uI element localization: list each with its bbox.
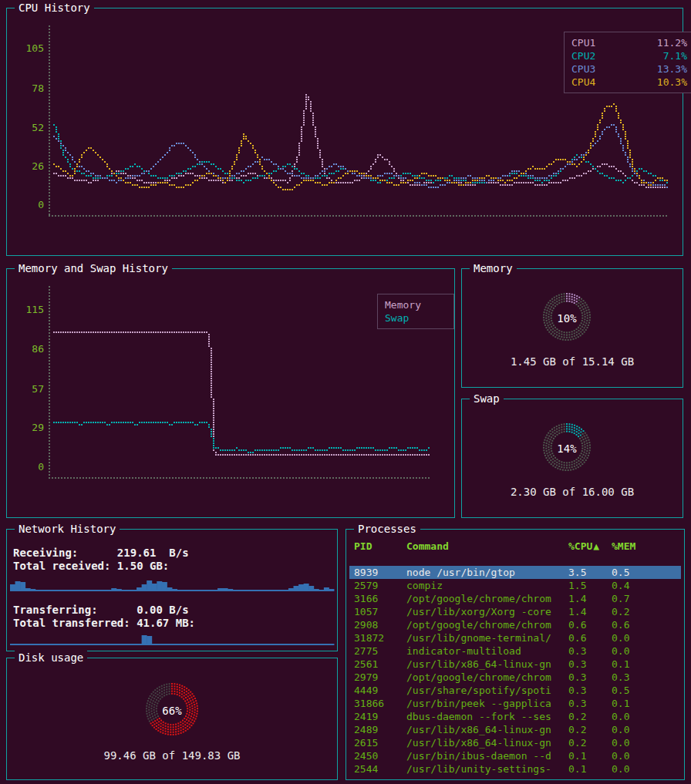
y-axis-tick: 86	[16, 343, 44, 355]
process-row[interactable]: 2615/usr/lib/x86_64-linux-gn0.20.0	[349, 736, 681, 749]
process-command: /opt/google/chrome/chrom	[406, 618, 564, 631]
process-mem: 0.4	[607, 579, 676, 592]
process-row[interactable]: 3166/opt/google/chrome/chrom1.40.7	[349, 592, 681, 605]
transferring-line: Transferring: 0.00 B/s	[13, 604, 189, 616]
legend-item: CPU313.3%	[571, 62, 687, 76]
process-cpu: 0.3	[564, 697, 607, 710]
process-mem: 0.0	[607, 631, 676, 644]
process-mem: 0.0	[607, 723, 676, 736]
disk-percent-label: 66%	[145, 705, 199, 717]
process-mem: 0.3	[607, 671, 676, 684]
process-cpu: 0.1	[564, 762, 607, 776]
process-row[interactable]: 8939node /usr/bin/gtop3.50.5	[349, 566, 681, 579]
process-row[interactable]: 2908/opt/google/chrome/chrom0.60.6	[349, 618, 681, 631]
column-header-pid[interactable]: PID	[354, 540, 406, 553]
processes-header: PID Command %CPU▲ %MEM	[349, 540, 681, 553]
process-mem: 0.0	[607, 710, 676, 723]
process-cpu: 0.6	[564, 618, 607, 631]
network-history-title: Network History	[15, 522, 120, 536]
memory-swap-history-title: Memory and Swap History	[15, 261, 172, 275]
process-row[interactable]: 2775indicator-multiload0.30.0	[349, 644, 681, 658]
gtop-dashboard: CPU History CPU111.2%CPU27.1%CPU313.3%CP…	[0, 0, 691, 784]
y-axis-tick: 52	[16, 122, 44, 134]
processes-title: Processes	[354, 522, 420, 536]
process-pid: 2561	[354, 658, 406, 671]
process-row[interactable]: 31872/usr/lib/gnome-terminal/0.60.0	[349, 631, 681, 644]
process-cpu: 0.2	[564, 723, 607, 736]
process-row[interactable]: 2489/usr/lib/x86_64-linux-gn0.20.0	[349, 723, 681, 736]
process-row[interactable]: 4449/usr/share/spotify/spoti0.30.5	[349, 684, 681, 697]
process-command: /usr/lib/gnome-terminal/	[406, 631, 564, 644]
process-pid: 2908	[354, 618, 406, 631]
process-cpu: 0.2	[564, 736, 607, 749]
legend-item: CPU410.3%	[571, 76, 687, 89]
y-axis-tick: 105	[16, 42, 44, 55]
column-header-command[interactable]: Command	[406, 540, 564, 553]
y-axis-tick: 29	[16, 422, 44, 434]
legend-item: Memory	[385, 298, 447, 311]
process-pid: 2419	[354, 710, 406, 723]
process-row[interactable]: 2544/usr/lib/unity-settings-0.10.0	[349, 762, 681, 776]
disk-usage-title: Disk usage	[15, 651, 87, 665]
process-cpu: 1.5	[564, 579, 607, 592]
process-command: /usr/lib/x86_64-linux-gn	[406, 723, 564, 736]
process-cpu: 0.2	[564, 710, 607, 723]
process-pid: 2579	[354, 579, 406, 592]
process-command: /usr/bin/ibus-daemon --d	[406, 749, 564, 762]
total-received-line: Total received: 1.50 GB:	[13, 560, 169, 572]
column-header-mem[interactable]: %MEM	[607, 540, 676, 553]
process-pid: 2450	[354, 749, 406, 762]
process-command: indicator-multiload	[406, 644, 564, 658]
memory-gauge-title: Memory	[470, 261, 517, 275]
y-axis-tick: 0	[16, 199, 44, 211]
process-row[interactable]: 1057/usr/lib/xorg/Xorg -core1.40.2	[349, 605, 681, 618]
process-command: /opt/google/chrome/chrom	[406, 671, 564, 684]
process-row[interactable]: 2979/opt/google/chrome/chrom0.30.3	[349, 671, 681, 684]
process-cpu: 0.3	[564, 658, 607, 671]
swap-gauge-title: Swap	[470, 392, 504, 405]
legend-item: CPU111.2%	[571, 36, 687, 49]
process-row[interactable]: 2579compiz1.50.4	[349, 579, 681, 592]
process-cpu: 1.4	[564, 605, 607, 618]
swap-donut-chart	[462, 399, 683, 517]
process-pid: 31866	[354, 697, 406, 710]
process-mem: 0.0	[607, 762, 676, 776]
process-cpu: 0.3	[564, 671, 607, 684]
process-command: /usr/lib/x86_64-linux-gn	[406, 658, 564, 671]
process-mem: 0.0	[607, 644, 676, 658]
memory-donut-chart	[462, 269, 683, 387]
process-pid: 2775	[354, 644, 406, 658]
processes-panel: Processes PID Command %CPU▲ %MEM 8939nod…	[346, 529, 685, 780]
receiving-line: Receiving: 219.61 B/s	[13, 547, 189, 559]
process-row[interactable]: 2450/usr/bin/ibus-daemon --d0.10.0	[349, 749, 681, 762]
process-row[interactable]: 31866/usr/bin/peek --gapplica0.30.1	[349, 697, 681, 710]
cpu-history-title: CPU History	[15, 1, 94, 15]
process-pid: 2979	[354, 671, 406, 684]
process-mem: 0.5	[607, 566, 676, 579]
process-row[interactable]: 2561/usr/lib/x86_64-linux-gn0.30.1	[349, 658, 681, 671]
process-command: /usr/lib/unity-settings-	[406, 762, 564, 776]
process-mem: 0.2	[607, 605, 676, 618]
y-axis-tick: 78	[16, 82, 44, 95]
network-history-panel: Network History Receiving: 219.61 B/s To…	[6, 529, 338, 651]
process-mem: 0.0	[607, 749, 676, 762]
y-axis-tick: 57	[16, 383, 44, 395]
process-cpu: 0.3	[564, 644, 607, 658]
memory-swap-history-panel: Memory and Swap History MemorySwap 11586…	[6, 268, 455, 518]
process-pid: 8939	[354, 566, 406, 579]
swap-gauge-panel: Swap 14% 2.30 GB of 16.00 GB	[461, 399, 683, 518]
process-pid: 2615	[354, 736, 406, 749]
process-mem: 0.5	[607, 684, 676, 697]
column-header-cpu[interactable]: %CPU▲	[564, 540, 607, 553]
swap-percent-label: 14%	[540, 442, 594, 455]
process-command: /usr/lib/x86_64-linux-gn	[406, 736, 564, 749]
process-command: dbus-daemon --fork --ses	[406, 710, 564, 723]
process-command: /usr/lib/xorg/Xorg -core	[406, 605, 564, 618]
process-row[interactable]: 2419dbus-daemon --fork --ses0.20.0	[349, 710, 681, 723]
process-list: 8939node /usr/bin/gtop3.50.52579compiz1.…	[349, 566, 681, 776]
swap-usage-detail: 2.30 GB of 16.00 GB	[462, 486, 683, 498]
process-pid: 4449	[354, 684, 406, 697]
process-mem: 0.0	[607, 736, 676, 749]
process-mem: 0.7	[607, 592, 676, 605]
process-cpu: 0.1	[564, 749, 607, 762]
